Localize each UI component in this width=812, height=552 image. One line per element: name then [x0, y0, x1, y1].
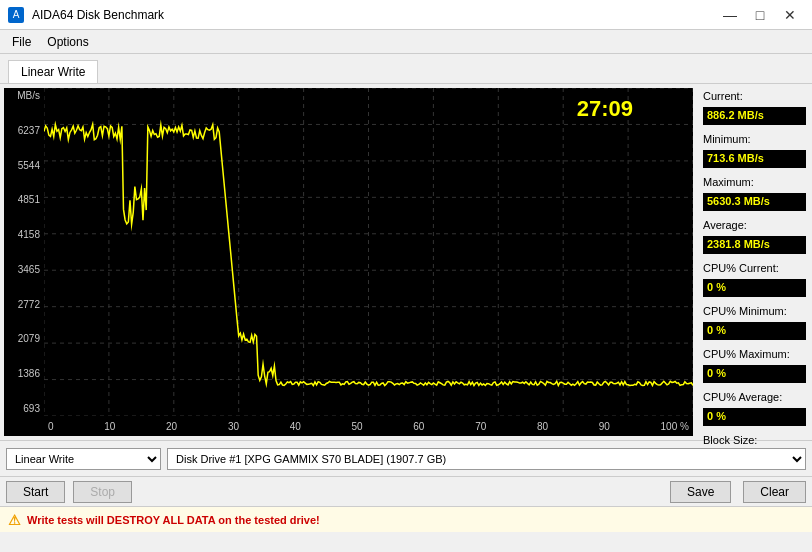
cpu-current-value: 0 % [703, 279, 806, 297]
x-label-30: 30 [228, 421, 239, 432]
y-label-3465: 3465 [6, 264, 40, 275]
chart-area: MB/s 6237 5544 4851 4158 3465 2772 2079 … [4, 88, 693, 436]
cpu-minimum-value: 0 % [703, 322, 806, 340]
cpu-current-label: CPU% Current: [703, 262, 806, 274]
y-label-2079: 2079 [6, 333, 40, 344]
controls-bottom: Linear Write Disk Drive #1 [XPG GAMMIX S… [0, 440, 812, 476]
y-label-2772: 2772 [6, 299, 40, 310]
maximum-value: 5630.3 MB/s [703, 193, 806, 211]
average-value: 2381.8 MB/s [703, 236, 806, 254]
y-label-mbs: MB/s [6, 90, 40, 101]
warning-icon: ⚠ [8, 512, 21, 528]
current-label: Current: [703, 90, 806, 102]
y-axis-labels: MB/s 6237 5544 4851 4158 3465 2772 2079 … [4, 88, 44, 416]
test-type-select[interactable]: Linear Write [6, 448, 161, 470]
x-label-100: 100 % [661, 421, 689, 432]
cpu-average-label: CPU% Average: [703, 391, 806, 403]
cpu-maximum-label: CPU% Maximum: [703, 348, 806, 360]
blocksize-label: Block Size: [703, 434, 806, 446]
action-buttons-row: Start Stop Save Clear [0, 476, 812, 506]
x-label-10: 10 [104, 421, 115, 432]
minimize-button[interactable]: — [716, 4, 744, 26]
y-label-1386: 1386 [6, 368, 40, 379]
save-button[interactable]: Save [670, 481, 731, 503]
cpu-average-value: 0 % [703, 408, 806, 426]
cpu-minimum-label: CPU% Minimum: [703, 305, 806, 317]
minimum-label: Minimum: [703, 133, 806, 145]
stop-button[interactable]: Stop [73, 481, 132, 503]
x-label-50: 50 [352, 421, 363, 432]
clear-button[interactable]: Clear [743, 481, 806, 503]
x-label-90: 90 [599, 421, 610, 432]
warning-text: Write tests will DESTROY ALL DATA on the… [27, 514, 320, 526]
x-axis-labels: 0 10 20 30 40 50 60 70 80 90 100 % [44, 416, 693, 436]
x-label-60: 60 [413, 421, 424, 432]
drive-select[interactable]: Disk Drive #1 [XPG GAMMIX S70 BLADE] (19… [167, 448, 806, 470]
close-button[interactable]: ✕ [776, 4, 804, 26]
x-label-0: 0 [48, 421, 54, 432]
current-value: 886.2 MB/s [703, 107, 806, 125]
average-label: Average: [703, 219, 806, 231]
stats-panel: Current: 886.2 MB/s Minimum: 713.6 MB/s … [697, 84, 812, 440]
warning-bar: ⚠ Write tests will DESTROY ALL DATA on t… [0, 506, 812, 532]
x-label-70: 70 [475, 421, 486, 432]
y-label-693: 693 [6, 403, 40, 414]
y-label-5544: 5544 [6, 160, 40, 171]
y-label-6237: 6237 [6, 125, 40, 136]
menu-bar: File Options [0, 30, 812, 54]
cpu-maximum-value: 0 % [703, 365, 806, 383]
y-label-4158: 4158 [6, 229, 40, 240]
x-label-40: 40 [290, 421, 301, 432]
timestamp-display: 27:09 [577, 96, 633, 122]
maximum-label: Maximum: [703, 176, 806, 188]
x-label-20: 20 [166, 421, 177, 432]
menu-options[interactable]: Options [39, 33, 96, 51]
window-title: AIDA64 Disk Benchmark [32, 8, 164, 22]
app-icon: A [8, 7, 24, 23]
tab-linear-write[interactable]: Linear Write [8, 60, 98, 83]
tab-bar: Linear Write [0, 54, 812, 84]
start-button[interactable]: Start [6, 481, 65, 503]
menu-file[interactable]: File [4, 33, 39, 51]
x-label-80: 80 [537, 421, 548, 432]
maximize-button[interactable]: □ [746, 4, 774, 26]
chart-canvas-area [44, 88, 693, 416]
y-label-4851: 4851 [6, 194, 40, 205]
minimum-value: 713.6 MB/s [703, 150, 806, 168]
title-bar: A AIDA64 Disk Benchmark — □ ✕ [0, 0, 812, 30]
window-controls: — □ ✕ [716, 4, 804, 26]
